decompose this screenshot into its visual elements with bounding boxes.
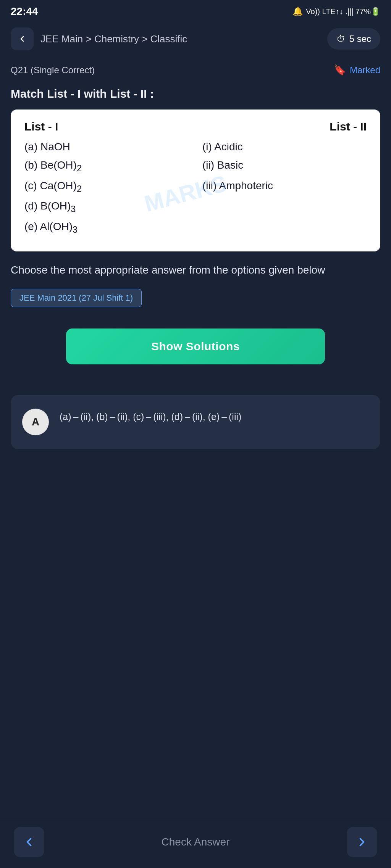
question-content: Match List - I with List - II : MARKS Li… [0,80,391,329]
bookmark-icon: 🔖 [334,64,346,76]
timer-button[interactable]: ⏱ 5 sec [327,28,380,50]
list-ii-i: (i) Acidic [202,141,367,153]
check-answer-button[interactable]: Check Answer [162,836,230,848]
match-table-container: MARKS List - I List - II (a) NaOH (i) Ac… [11,110,380,251]
marked-badge[interactable]: 🔖 Marked [334,64,380,76]
option-letter-a: A [22,409,49,435]
match-row-e: (e) Al(OH)3 [24,221,367,235]
match-row-c: (c) Ca(OH)2 (iii) Amphoteric [24,180,367,194]
match-row-a: (a) NaOH (i) Acidic [24,141,367,153]
status-bar: 22:44 🔔 Vo)) LTE↑↓ .||| 77%🔋 [0,0,391,21]
prev-button[interactable] [14,827,44,857]
timer-icon: ⏱ [336,34,346,44]
back-button[interactable] [11,27,34,50]
nav-left: JEE Main > Chemistry > Classific [11,27,187,50]
match-header: List - I List - II [24,120,367,133]
list-i-e: (e) Al(OH)3 [24,221,189,235]
bottom-nav: Check Answer [0,819,391,868]
show-solutions-button[interactable]: Show Solutions [66,329,325,364]
list-i-a: (a) NaOH [24,141,189,153]
next-button[interactable] [347,827,377,857]
list-ii-iii: (iii) Amphoteric [202,180,367,192]
question-title: Match List - I with List - II : [11,86,380,102]
status-time: 22:44 [11,5,38,18]
question-meta: Q21 (Single Correct) 🔖 Marked [0,56,391,80]
option-text-a: (a) – (ii), (b) – (ii), (c) – (iii), (d)… [60,409,241,425]
match-table: List - I List - II (a) NaOH (i) Acidic (… [24,120,367,235]
list-ii-header: List - II [330,120,367,133]
list-i-c: (c) Ca(OH)2 [24,180,189,194]
notification-icon: 🔔 [292,6,303,16]
nav-header: JEE Main > Chemistry > Classific ⏱ 5 sec [0,21,391,56]
signal-text: Vo)) LTE↑↓ .||| 77%🔋 [306,7,380,16]
source-tag: JEE Main 2021 (27 Jul Shift 1) [11,289,142,307]
match-row-b: (b) Be(OH)2 (ii) Basic [24,159,367,174]
breadcrumb: JEE Main > Chemistry > Classific [40,33,187,45]
match-row-d: (d) B(OH)3 [24,200,367,214]
option-card-a[interactable]: A (a) – (ii), (b) – (ii), (c) – (iii), (… [11,395,380,449]
options-area: A (a) – (ii), (b) – (ii), (c) – (iii), (… [0,395,391,473]
footer-spacer [0,473,391,527]
timer-value: 5 sec [349,34,371,44]
question-type-label: Q21 (Single Correct) [11,65,95,76]
status-icons: 🔔 Vo)) LTE↑↓ .||| 77%🔋 [292,6,380,16]
list-i-header: List - I [24,120,58,133]
instructions-text: Choose the most appropriate answer from … [11,262,380,278]
list-ii-ii: (ii) Basic [202,159,367,171]
list-i-d: (d) B(OH)3 [24,200,189,214]
list-i-b: (b) Be(OH)2 [24,159,189,174]
marked-label: Marked [350,65,380,76]
